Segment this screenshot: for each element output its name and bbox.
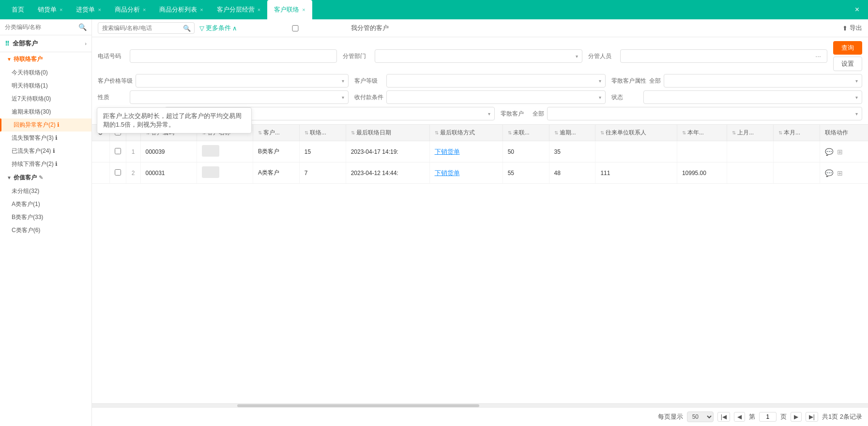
- th-last-contact-method[interactable]: ⇅最后联络方式: [429, 125, 503, 141]
- action-icons-2: 💬 ⊞: [825, 169, 863, 177]
- sidebar-item-overdue[interactable]: 逾期未联络(30): [0, 105, 91, 118]
- horizontal-scrollbar[interactable]: [92, 403, 868, 407]
- td-last-contact-method-1[interactable]: 下销货单: [429, 141, 503, 162]
- sidebar-item-7days[interactable]: 近7天待联络(0): [0, 92, 91, 105]
- sidebar-search-input[interactable]: [5, 24, 78, 30]
- all-customers-label: 全部客户: [13, 39, 38, 48]
- main-search-icon[interactable]: 🔍: [183, 25, 191, 32]
- main-layout: 🔍 ⠿ 全部客户 › ▼ 待联络客户 今天待联络(0) 明天待联络(1) 近7天…: [0, 19, 868, 426]
- department-select[interactable]: ▾: [375, 49, 582, 63]
- nav-product-analysis-list[interactable]: 商品分析列表 ×: [152, 0, 210, 19]
- retail-attr-chevron-icon: ▾: [855, 78, 858, 84]
- customer-grade-select[interactable]: ▾: [386, 74, 605, 88]
- price-grade-select[interactable]: ▾: [136, 74, 349, 88]
- manager-dots-icon[interactable]: ···: [813, 52, 823, 60]
- nav-home[interactable]: 首页: [5, 0, 31, 19]
- first-page-button[interactable]: |◀: [717, 412, 730, 422]
- td-last-month-1: [727, 141, 774, 162]
- grid-action-icon-2[interactable]: ⊞: [837, 169, 843, 177]
- close-sales-icon[interactable]: ×: [60, 7, 62, 13]
- td-settings-2: [92, 162, 109, 184]
- th-this-year[interactable]: ⇅本年...: [677, 125, 727, 141]
- close-product-analysis-list-icon[interactable]: ×: [200, 7, 203, 13]
- phone-input[interactable]: [130, 49, 337, 63]
- page-number-input[interactable]: [759, 412, 777, 422]
- retail-attr-select[interactable]: ▾: [664, 74, 862, 88]
- contact-method-link-1[interactable]: 下销货单: [435, 148, 460, 155]
- chat-icon-1[interactable]: 💬: [825, 148, 833, 156]
- more-conditions-button[interactable]: ▽ 更多条件 ∧: [199, 24, 237, 32]
- scrollbar-thumb[interactable]: [237, 404, 479, 407]
- th-contacts[interactable]: ⇅联络...: [299, 125, 346, 141]
- my-customers-checkbox[interactable]: [242, 25, 349, 31]
- th-overdue[interactable]: ⇅逾期...: [549, 125, 595, 141]
- status-chevron-icon: ▾: [855, 95, 858, 100]
- close-customer-contact-icon[interactable]: ×: [302, 7, 305, 13]
- filter-toolbar: 🔍 ▽ 更多条件 ∧ 我分管的客户 ⬆ 导出: [92, 19, 868, 37]
- status-select[interactable]: ▾: [643, 90, 862, 104]
- customer-avatar-2: [202, 166, 219, 178]
- last-page-button[interactable]: ▶|: [806, 412, 818, 422]
- retail-customer-chevron-icon: ▾: [855, 111, 858, 117]
- grid-action-icon-1[interactable]: ⊞: [837, 148, 843, 156]
- payment-select[interactable]: ▾: [386, 90, 605, 104]
- chat-icon-2[interactable]: 💬: [825, 169, 833, 177]
- th-last-month[interactable]: ⇅上月...: [727, 125, 774, 141]
- row-checkbox-2[interactable]: [115, 169, 121, 176]
- next-page-button[interactable]: ▶: [791, 412, 802, 422]
- filter-cell-price-grade: 客户价格等级 ▾: [98, 74, 349, 88]
- query-button[interactable]: 查询: [833, 41, 862, 55]
- sidebar-item-class-c[interactable]: C类客户(6): [0, 224, 91, 237]
- sidebar-item-class-b[interactable]: B类客户(33): [0, 211, 91, 224]
- sidebar-item-repurchase-abnormal[interactable]: 回购异常客户(2) ℹ: [0, 118, 91, 132]
- nature-label: 性质: [98, 93, 127, 102]
- close-customer-tier-icon[interactable]: ×: [258, 7, 260, 13]
- nav-purchase[interactable]: 进货单 ×: [69, 0, 107, 19]
- retail-customer-select[interactable]: ▾: [547, 107, 863, 120]
- sidebar-item-churned[interactable]: 已流失客户(24) ℹ: [0, 145, 91, 158]
- customer-table: ⚙ ⇅客户编码 ⇅客户名称 ⇅客户... ⇅联络... ⇅最后联络日期 ⇅最后联…: [92, 125, 868, 184]
- th-category[interactable]: ⇅客户...: [253, 125, 299, 141]
- nature-select[interactable]: ▾: [130, 90, 349, 104]
- row-checkbox-1[interactable]: [115, 148, 121, 154]
- edit-icon[interactable]: ✎: [39, 175, 43, 181]
- sidebar-item-declining[interactable]: 持续下滑客户(2) ℹ: [0, 158, 91, 171]
- sidebar-subgroup-value-customers[interactable]: ▼ 价值客户 ✎: [0, 171, 91, 185]
- th-this-month[interactable]: ⇅本月...: [774, 125, 820, 141]
- th-past-contacts[interactable]: ⇅往来单位联系人: [595, 125, 677, 141]
- td-last-contact-method-2[interactable]: 下销货单: [429, 162, 503, 184]
- window-close-button[interactable]: ×: [851, 5, 863, 14]
- main-search-input[interactable]: [98, 22, 195, 34]
- per-page-select[interactable]: 50 20 100: [687, 411, 714, 422]
- sidebar-item-tomorrow[interactable]: 明天待联络(1): [0, 79, 91, 92]
- td-past-contacts-2: 111: [595, 162, 677, 184]
- th-last-contact-date[interactable]: ⇅最后联络日期: [346, 125, 429, 141]
- settings-button[interactable]: 设置: [833, 57, 862, 71]
- td-checkbox-1: [109, 141, 126, 162]
- total-records-label: 共1页 2条记录: [822, 412, 862, 421]
- sidebar-item-today[interactable]: 今天待联络(0): [0, 66, 91, 79]
- th-no-contact[interactable]: ⇅未联...: [503, 125, 549, 141]
- td-no-contact-1: 50: [503, 141, 549, 162]
- sidebar-collapse-icon[interactable]: ›: [85, 41, 87, 46]
- nav-sales[interactable]: 销货单 ×: [31, 0, 69, 19]
- contact-method-link-2[interactable]: 下销货单: [435, 169, 460, 176]
- action-icons-1: 💬 ⊞: [825, 148, 863, 156]
- sidebar-search-icon[interactable]: 🔍: [78, 23, 87, 31]
- all-customers-header[interactable]: ⠿ 全部客户 ›: [0, 35, 91, 52]
- td-no-contact-2: 55: [503, 162, 549, 184]
- sidebar-item-ungrouped[interactable]: 未分组(32): [0, 185, 91, 198]
- manager-select[interactable]: ···: [620, 49, 827, 63]
- sidebar-group-pending-contact[interactable]: ▼ 待联络客户: [0, 52, 91, 66]
- prev-page-button[interactable]: ◀: [734, 412, 745, 422]
- nav-product-analysis[interactable]: 商品分析 ×: [108, 0, 152, 19]
- close-product-analysis-icon[interactable]: ×: [143, 7, 146, 13]
- sidebar-item-class-a[interactable]: A类客户(1): [0, 198, 91, 211]
- close-purchase-icon[interactable]: ×: [98, 7, 101, 13]
- filter-row-1: 电话号码 分管部门 ▾ 分管人员 ···: [98, 41, 862, 71]
- nav-customer-contact[interactable]: 客户联络 ×: [267, 0, 312, 19]
- per-page-label: 每页显示: [658, 412, 683, 421]
- export-button[interactable]: ⬆ 导出: [842, 24, 862, 32]
- sidebar-item-churn-warning[interactable]: 流失预警客户(3) ℹ: [0, 132, 91, 145]
- nav-customer-tier[interactable]: 客户分层经营 ×: [210, 0, 267, 19]
